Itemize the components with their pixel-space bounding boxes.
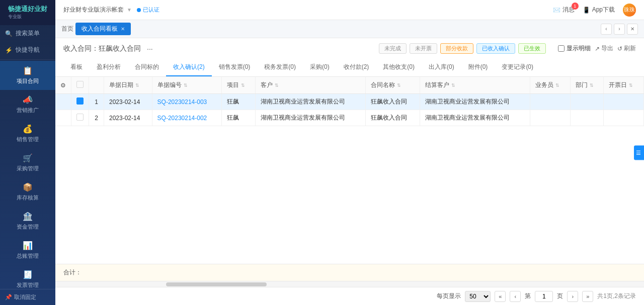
right-sticky-button[interactable]: ☰ [634, 145, 644, 160]
topbar-left: 好业财专业版演示帐套 ▼ 已认证 [63, 6, 159, 14]
tab-attachments[interactable]: 附件(0) [461, 59, 495, 76]
th-contract-name[interactable]: 合同名称 ⇅ [365, 77, 420, 94]
sidebar-item-invoice[interactable]: 🧾 发票管理 [0, 265, 55, 289]
tag-incomplete[interactable]: 未完成 [379, 43, 407, 54]
th-setting[interactable]: ⚙ [55, 77, 71, 94]
app-download-button[interactable]: 📱 App下载 [583, 6, 615, 14]
invoice-icon: 🧾 [23, 270, 33, 279]
tag-effective[interactable]: 已生效 [518, 43, 546, 54]
setting-icon[interactable]: ⚙ [60, 82, 66, 89]
scrollbar-area[interactable] [55, 281, 644, 287]
tab-change-log[interactable]: 变更记录(0) [495, 59, 540, 76]
tab-close-all-button[interactable]: ✕ [627, 24, 638, 35]
sidebar-item-capital[interactable]: 🏦 资金管理 [0, 207, 55, 236]
row-checkbox-2[interactable] [76, 114, 84, 121]
more-button[interactable]: ··· [147, 45, 153, 53]
show-detail-checkbox[interactable]: 显示明细 [558, 44, 591, 53]
cell-bill-no-2[interactable]: SQ-20230214-002 [152, 110, 222, 126]
tab-income-contract[interactable]: 收入合同看板 ✕ [75, 23, 131, 35]
logo-text: 畅捷通好业财 [8, 5, 47, 14]
tab-warehouse[interactable]: 出入库(0) [422, 59, 461, 76]
tab-sales-invoice[interactable]: 销售发票(0) [212, 59, 258, 76]
user-profile[interactable]: 珠珠 [623, 4, 636, 17]
tab-other-income[interactable]: 其他收支(0) [376, 59, 422, 76]
tab-purchase[interactable]: 采购(0) [303, 59, 337, 76]
th-date[interactable]: 单据日期 ⇅ [104, 77, 152, 94]
page-last-button[interactable]: » [582, 291, 593, 302]
show-detail-input[interactable] [558, 45, 565, 52]
sidebar-item-sales[interactable]: 💰 销售管理 [0, 119, 55, 148]
sort-icon-department: ⇅ [590, 83, 594, 88]
sidebar-item-inventory[interactable]: 📦 库存核算 [0, 177, 55, 207]
company-select[interactable]: 好业财专业版演示帐套 ▼ [63, 6, 132, 14]
page-first-button[interactable]: « [495, 291, 506, 302]
tag-no-invoice[interactable]: 未开票 [410, 43, 437, 54]
contract-title: 收入合同：狂飙收入合同 [63, 44, 141, 53]
data-table: ⚙ 单据日期 ⇅ [55, 77, 644, 126]
th-rownum [89, 77, 104, 94]
page-number-input[interactable] [535, 291, 553, 302]
sort-icon-contract-name: ⇅ [397, 83, 401, 88]
sidebar-search[interactable]: 🔍 搜索菜单 [0, 25, 55, 42]
certified-badge: 已认证 [137, 6, 159, 14]
th-customer[interactable]: 客户 ⇅ [255, 77, 365, 94]
sidebar-bottom-pin[interactable]: 📌 取消固定 [0, 289, 55, 305]
sticky-icon: ☰ [636, 149, 642, 156]
breadcrumb-home[interactable]: 首页 [61, 25, 73, 33]
refresh-label: 刷新 [624, 44, 636, 53]
certified-text: 已认证 [143, 6, 159, 14]
cell-checkbox-2[interactable] [71, 110, 89, 126]
message-button[interactable]: ✉️ 消息 1 [553, 6, 575, 14]
tab-payment[interactable]: 收付款(2) [337, 59, 376, 76]
page-next-button[interactable]: › [567, 291, 578, 302]
sidebar-quick-nav[interactable]: ⚡ 快捷导航 [0, 42, 55, 58]
cell-settlement-1: 湖南卫视商业运营发展有限公司 [420, 94, 530, 110]
cell-open-date-2 [603, 110, 643, 126]
table-row[interactable]: 2 2023-02-14 SQ-20230214-002 狂飙 湖南卫视商业运营… [55, 110, 644, 126]
cell-department-1 [570, 94, 603, 110]
bill-no-link-1[interactable]: SQ-20230214-003 [157, 98, 207, 106]
th-salesperson[interactable]: 业务员 ⇅ [530, 77, 570, 94]
bill-no-link-2[interactable]: SQ-20230214-002 [157, 115, 207, 122]
tab-next-button[interactable]: › [614, 24, 625, 35]
sidebar-item-label: 销售管理 [17, 136, 39, 143]
tag-partial-collect[interactable]: 部分收款 [440, 43, 473, 54]
per-page-select[interactable]: 50 100 200 [465, 291, 491, 302]
sidebar-item-general[interactable]: 📊 总账管理 [0, 236, 55, 265]
contract-title-name: 狂飙收入合同 [99, 44, 141, 52]
sidebar-scroll: 📋 项目合同 📣 营销推广 💰 销售管理 🛒 采购管理 📦 库存核算 🏦 资金管… [0, 61, 55, 289]
th-settlement-customer[interactable]: 结算客户 ⇅ [420, 77, 530, 94]
tab-close-button[interactable]: ✕ [121, 26, 125, 32]
cell-salesperson-2 [530, 110, 570, 126]
sidebar-item-marketing[interactable]: 📣 营销推广 [0, 90, 55, 119]
refresh-button[interactable]: ↺ 刷新 [617, 44, 636, 53]
cell-checkbox-1[interactable] [71, 94, 89, 110]
th-department[interactable]: 部门 ⇅ [570, 77, 603, 94]
th-open-date[interactable]: 开票日 ⇅ [603, 77, 643, 94]
export-button[interactable]: ↗ 导出 [595, 44, 613, 53]
sidebar-item-project-contract[interactable]: 📋 项目合同 [0, 61, 55, 90]
table-row[interactable]: 1 2023-02-14 SQ-20230214-003 狂飙 湖南卫视商业运营… [55, 94, 644, 110]
sales-icon: 💰 [23, 124, 33, 134]
page-prev-button[interactable]: ‹ [510, 291, 521, 302]
inventory-icon: 📦 [23, 182, 33, 192]
tab-kanban[interactable]: 看板 [63, 59, 90, 76]
sidebar-item-purchase[interactable]: 🛒 采购管理 [0, 148, 55, 177]
th-checkbox[interactable] [71, 77, 89, 94]
sort-icon-open-date: ⇅ [629, 83, 633, 88]
tab-contract-std[interactable]: 合同标的 [128, 59, 166, 76]
th-bill-no[interactable]: 单据编号 ⇅ [152, 77, 222, 94]
table-container[interactable]: ⚙ 单据日期 ⇅ [55, 77, 644, 264]
tab-tax-invoice[interactable]: 税务发票(0) [257, 59, 303, 76]
scrollbar-thumb[interactable] [166, 282, 267, 286]
tag-confirmed[interactable]: 已收入确认 [476, 43, 515, 54]
tab-prev-button[interactable]: ‹ [601, 24, 612, 35]
th-project[interactable]: 项目 ⇅ [222, 77, 255, 94]
tab-profit[interactable]: 盈利分析 [90, 59, 128, 76]
table-footer: 合计： [55, 264, 644, 281]
row-checkbox-1[interactable] [76, 97, 84, 105]
tab-income-confirm[interactable]: 收入确认(2) [166, 59, 212, 76]
cell-customer-2: 湖南卫视商业运营发展有限公司 [255, 110, 365, 126]
select-all-checkbox[interactable] [76, 81, 84, 88]
cell-bill-no-1[interactable]: SQ-20230214-003 [152, 94, 222, 110]
